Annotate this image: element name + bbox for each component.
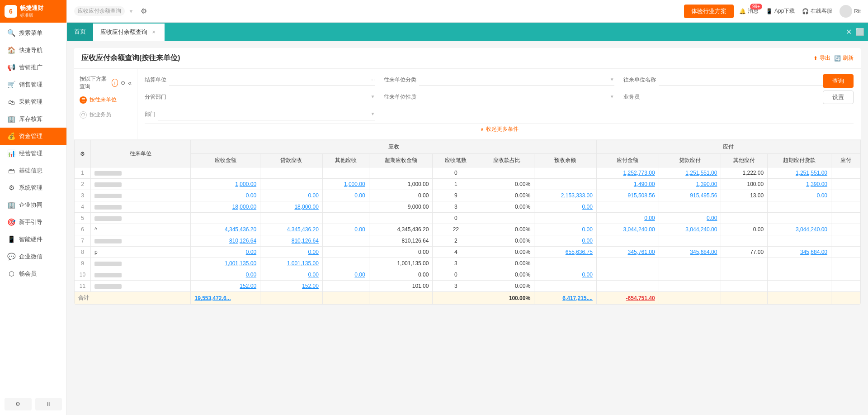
tab-home[interactable]: 首页 xyxy=(67,23,93,41)
export-btn[interactable]: ⬆ 导出 xyxy=(813,54,830,62)
cell-value[interactable]: 0.00 xyxy=(191,269,260,281)
tab-active[interactable]: 应收应付余额查询 × xyxy=(93,23,165,41)
cell-value[interactable]: 0.00 xyxy=(322,190,369,201)
cell-value[interactable]: 0.00 xyxy=(534,269,597,281)
cell-value[interactable]: 1,000.00 xyxy=(191,179,260,190)
cell-value[interactable]: 1,001,135.00 xyxy=(260,258,323,269)
sidebar-footer: ⚙ ⏸ xyxy=(0,393,66,415)
sidebar-item-purchase[interactable]: 🛍采购管理 xyxy=(0,93,66,110)
cell-value[interactable]: 0.00 xyxy=(191,247,260,258)
customer-service-btn[interactable]: 🎧 在线客服 xyxy=(802,7,832,15)
filter-scheme2[interactable]: ⏱ 按业务员 xyxy=(74,107,137,122)
cell-value[interactable]: 1,390.00 xyxy=(768,179,831,190)
cell-value[interactable]: 0.00 xyxy=(768,190,831,201)
filter-collapse-btn[interactable]: ∧ 收起更多条件 xyxy=(145,123,854,135)
unit-nature-select[interactable]: ▼ xyxy=(419,91,614,103)
cell-value[interactable]: 0.00 xyxy=(534,201,597,213)
cell-empty xyxy=(534,281,597,292)
cell-empty xyxy=(596,281,659,292)
cell-value[interactable]: 3,044,240.00 xyxy=(659,224,721,235)
tab-close-window-btn[interactable]: ✕ xyxy=(846,28,852,36)
sidebar-item-finance[interactable]: 💰资金管理 xyxy=(0,128,66,145)
filter-icon-btn[interactable]: ⊙ xyxy=(121,80,125,86)
cell-value[interactable]: 0.00 xyxy=(534,224,597,235)
sidebar-collapse-btn[interactable]: ⏸ xyxy=(35,398,62,410)
sidebar-item-basic-info[interactable]: 🗃基础信息 xyxy=(0,162,66,179)
total-receivable[interactable]: 19,553,472,6... xyxy=(191,292,260,305)
query-btn[interactable]: 查询 xyxy=(823,74,854,88)
sidebar-item-wechat[interactable]: 💬企业微信 xyxy=(0,248,66,265)
cell-value[interactable]: 0.00 xyxy=(260,190,323,201)
cell-value[interactable]: 1,490.00 xyxy=(596,179,659,190)
app-download-btn[interactable]: 📱 App下载 xyxy=(766,7,795,15)
cell-value[interactable]: 18,000.00 xyxy=(191,201,260,213)
total-prepayment[interactable]: 6,417,215.... xyxy=(534,292,597,305)
filter-add-btn[interactable]: + xyxy=(112,79,118,87)
cell-value[interactable]: 0.00 xyxy=(659,213,721,224)
cell-value[interactable]: 810,126.64 xyxy=(191,235,260,247)
dept-select[interactable]: ▼ xyxy=(158,108,375,120)
cell-value[interactable]: 4,345,436.20 xyxy=(191,224,260,235)
cell-value[interactable]: 0.00 xyxy=(534,235,597,247)
cell-value[interactable]: 3,044,240.00 xyxy=(768,224,831,235)
cell-value[interactable]: 0.00 xyxy=(191,190,260,201)
cell-value[interactable]: 152.00 xyxy=(260,281,323,292)
division-select[interactable]: ▼ xyxy=(169,91,375,103)
unit-class-select[interactable]: ▼ xyxy=(419,73,614,86)
cell-empty xyxy=(596,201,659,213)
cell-value[interactable]: 18,000.00 xyxy=(260,201,323,213)
sidebar-item-guide[interactable]: 🎯新手引导 xyxy=(0,214,66,231)
cell-value[interactable]: 1,000.00 xyxy=(322,179,369,190)
cell-value[interactable]: 1,252,773.00 xyxy=(596,167,659,179)
sidebar-item-member[interactable]: ⬡畅会员 xyxy=(0,265,66,282)
salesman-input[interactable]: ··· xyxy=(642,91,854,103)
sidebar-item-quick-nav[interactable]: 🏠快捷导航 xyxy=(0,42,66,59)
header-gear-btn[interactable]: ⚙ xyxy=(137,5,150,18)
sidebar-item-search[interactable]: 🔍搜索菜单 xyxy=(0,24,66,42)
cell-value[interactable]: 152.00 xyxy=(191,281,260,292)
cell-value[interactable]: 810,126.64 xyxy=(260,235,323,247)
tab-close-btn[interactable]: × xyxy=(150,29,157,36)
cell-value[interactable]: 4,345,436.20 xyxy=(260,224,323,235)
trial-btn[interactable]: 体验行业方案 xyxy=(684,5,734,18)
cell-value[interactable]: 655,636.75 xyxy=(534,247,597,258)
scheme1-icon: ☰ xyxy=(80,96,87,104)
user-menu[interactable]: Rit xyxy=(840,5,861,18)
user-avatar xyxy=(840,5,852,18)
cell-value[interactable]: 2,153,333.00 xyxy=(534,190,597,201)
sidebar-item-system[interactable]: ⚙系统管理 xyxy=(0,179,66,196)
cell-empty xyxy=(659,258,721,269)
th-settings[interactable]: ⚙ xyxy=(75,140,91,167)
cell-value[interactable]: 3,044,240.00 xyxy=(596,224,659,235)
sidebar-item-hardware[interactable]: 📱智能硬件 xyxy=(0,231,66,248)
cell-value[interactable]: 0.00 xyxy=(260,269,323,281)
sidebar-settings-btn[interactable]: ⚙ xyxy=(5,398,32,410)
cell-value[interactable]: 1,251,551.00 xyxy=(768,167,831,179)
cell-value[interactable]: 345,761.00 xyxy=(596,247,659,258)
cell-value[interactable]: 0.00 xyxy=(322,269,369,281)
cell-value[interactable]: 0.00 xyxy=(322,224,369,235)
sidebar-item-operations[interactable]: 📊经营管理 xyxy=(0,145,66,162)
filter-scheme1[interactable]: ☰ 按往来单位 xyxy=(74,92,137,107)
cell-value[interactable]: 0.00 xyxy=(596,213,659,224)
cell-value[interactable]: 345,684.00 xyxy=(768,247,831,258)
sidebar-item-marketing[interactable]: 📢营销推广 xyxy=(0,59,66,76)
tab-expand-btn[interactable]: ⬜ xyxy=(855,28,864,36)
cell-value[interactable]: 345,684.00 xyxy=(659,247,721,258)
cell-value[interactable]: 1,390.00 xyxy=(659,179,721,190)
cell-value[interactable]: 915,508.56 xyxy=(596,190,659,201)
cell-value[interactable]: 915,495.56 xyxy=(659,190,721,201)
refresh-btn[interactable]: 🔄 刷新 xyxy=(834,54,854,62)
settlement-unit-input[interactable]: ··· xyxy=(169,73,375,86)
cell-payable-suffix xyxy=(831,167,861,179)
sidebar-item-enterprise[interactable]: 🏢企业协同 xyxy=(0,196,66,214)
filter-collapse-sidebar-btn[interactable]: « xyxy=(128,79,132,86)
cell-value[interactable]: 1,251,551.00 xyxy=(659,167,721,179)
cell-value[interactable]: 0.00 xyxy=(260,247,323,258)
cell-value[interactable]: 1,001,135.00 xyxy=(191,258,260,269)
sidebar-item-sales[interactable]: 🛒销售管理 xyxy=(0,76,66,93)
notifications-btn[interactable]: 🔔 消息 99+ xyxy=(739,7,759,15)
sidebar-item-inventory[interactable]: 🏢库存核算 xyxy=(0,110,66,128)
settings-btn[interactable]: 设置 xyxy=(823,91,854,104)
total-payable[interactable]: -654,751.40 xyxy=(596,292,659,305)
